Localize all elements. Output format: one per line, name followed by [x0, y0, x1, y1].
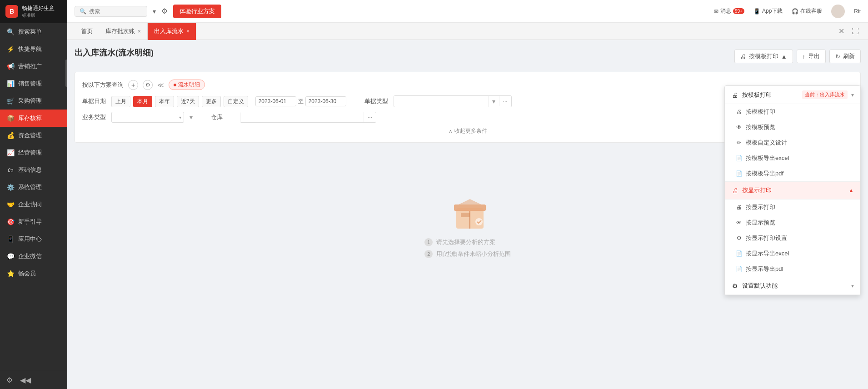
sidebar-item-label: 库存核算 [18, 114, 42, 122]
marketing-icon: 📢 [6, 62, 15, 70]
date-btn-custom[interactable]: 自定义 [224, 96, 248, 107]
sidebar-item-cooperation[interactable]: 🤝 企业协同 [0, 196, 67, 213]
display-section-label: 按显示打印 [742, 186, 772, 194]
sidebar-item-system[interactable]: ⚙️ 系统管理 [0, 179, 67, 196]
dropdown-display-print[interactable]: 🖨 按显示打印 [725, 199, 860, 215]
sidebar-item-finance[interactable]: 💰 资金管理 [0, 127, 67, 144]
filter-collapse-btn[interactable]: ≪ [157, 81, 164, 89]
dropdown-display-pdf[interactable]: 📄 按显示导出pdf [725, 261, 860, 277]
warehouse-label: 仓库 [211, 113, 236, 121]
sidebar-item-basic[interactable]: 🗂 基础信息 [0, 161, 67, 179]
industry-btn[interactable]: 体验行业方案 [173, 5, 221, 18]
tab-home[interactable]: 首页 [75, 23, 99, 40]
sidebar-item-purchase[interactable]: 🛒 采购管理 [0, 92, 67, 110]
tabs-close-all-btn[interactable]: ✕ [837, 25, 846, 37]
disp-settings-label: 按显示打印设置 [746, 234, 787, 242]
tab-batch-close[interactable]: × [138, 28, 141, 35]
refresh-btn[interactable]: ↻ 刷新 [829, 50, 861, 63]
export-btn[interactable]: ↑ 导出 [797, 50, 826, 63]
dropdown-section-template: 🖨 按模板打印 当前：出入库流水 ▾ 🖨 按模板打印 👁 [725, 86, 860, 182]
sidebar-item-inventory[interactable]: 📦 库存核算 [0, 110, 67, 127]
topbar-online-service[interactable]: 🎧 在线客服 [792, 7, 822, 15]
app-download-icon: 📱 [753, 8, 760, 15]
dropdown-display-preview[interactable]: 👁 按显示预览 [725, 215, 860, 230]
bill-type-more-btn[interactable]: ▾ [488, 96, 499, 107]
dropdown-template-pdf[interactable]: 📄 按模板导出pdf [725, 166, 860, 181]
disp-pdf-label: 按显示导出pdf [746, 265, 783, 273]
sidebar-item-label: 基础信息 [18, 166, 42, 174]
bill-type-text-input[interactable] [394, 96, 488, 106]
tab-flow[interactable]: 出入库流水 × [148, 23, 196, 40]
topbar-avatar[interactable] [831, 5, 845, 18]
date-btn-this-month[interactable]: 本月 [133, 96, 152, 107]
topbar-search-icon: 🔍 [80, 8, 86, 15]
tab-batch-label: 库存批次账 [105, 27, 135, 35]
default-chevron: ▾ [851, 283, 854, 289]
dropdown-display-header[interactable]: 🖨 按显示打印 ▲ [725, 182, 860, 199]
business-type-select[interactable] [111, 112, 184, 123]
sidebar-item-app-center[interactable]: 📱 应用中心 [0, 230, 67, 248]
sidebar-item-label: 畅会员 [18, 269, 36, 278]
dropdown-template-preview[interactable]: 👁 按模板预览 [725, 120, 860, 135]
dropdown-display-excel[interactable]: 📄 按显示导出excel [725, 246, 860, 261]
topbar-app-download[interactable]: 📱 App下载 [753, 7, 783, 15]
member-icon: ⭐ [6, 269, 15, 278]
tab-flow-close[interactable]: × [186, 28, 190, 35]
sidebar-item-member[interactable]: ⭐ 畅会员 [0, 265, 67, 282]
sidebar-item-label: 系统管理 [18, 183, 42, 191]
tmpl-pdf-icon: 📄 [736, 170, 742, 177]
date-btn-this-year[interactable]: 本年 [155, 96, 174, 107]
page-title: 出入库流水(流水明细) [75, 47, 154, 58]
sidebar-item-wechat[interactable]: 💬 企业微信 [0, 248, 67, 265]
date-btn-more[interactable]: 更多 [202, 96, 221, 107]
filter-tag-dot [174, 84, 176, 86]
disp-print-icon: 🖨 [736, 204, 742, 210]
dropdown-template-header[interactable]: 🖨 按模板打印 当前：出入库流水 ▾ [725, 86, 860, 104]
sidebar-item-marketing[interactable]: 📢 营销推广 [0, 58, 67, 75]
date-btn-last-month[interactable]: 上月 [111, 96, 130, 107]
tabs-expand-btn[interactable]: ⛶ [850, 25, 861, 37]
dropdown-default-title: ⚙ 设置默认功能 [731, 282, 778, 290]
date-start-input[interactable] [255, 96, 296, 106]
topbar-search-box[interactable]: 🔍 [75, 6, 147, 17]
collapse-btn[interactable]: ∧ 收起更多条件 [449, 127, 487, 135]
dropdown-display-settings[interactable]: ⚙ 按显示打印设置 [725, 230, 860, 246]
print-btn[interactable]: 🖨 按模板打印 ▲ [734, 50, 793, 63]
sidebar-item-operation[interactable]: 📈 经营管理 [0, 144, 67, 161]
date-btn-7days[interactable]: 近7天 [177, 96, 199, 107]
sidebar-item-search[interactable]: 🔍 搜索菜单 [0, 23, 67, 40]
bill-type-expand-btn[interactable]: ··· [499, 96, 511, 106]
dropdown-default-header[interactable]: ⚙ 设置默认功能 ▾ [725, 277, 860, 295]
sidebar-collapse-icon[interactable]: ◀◀ [20, 376, 31, 384]
sidebar-item-label: 企业协同 [18, 200, 42, 209]
svg-rect-1 [454, 204, 486, 211]
sidebar-item-quick-nav[interactable]: ⚡ 快捷导航 [0, 40, 67, 58]
filter-settings-btn[interactable]: ⚙ [143, 80, 153, 90]
sidebar-settings-icon[interactable]: ⚙ [6, 376, 13, 384]
print-dropdown-overlay: 🖨 按模板打印 当前：出入库流水 ▾ 🖨 按模板打印 👁 [724, 85, 861, 295]
disp-print-label: 按显示打印 [746, 203, 775, 211]
sidebar-item-label: 销售管理 [18, 80, 42, 88]
dropdown-template-print[interactable]: 🖨 按模板打印 [725, 104, 860, 120]
topbar-username[interactable]: Rit [854, 8, 861, 15]
business-type-chevron[interactable]: ▾ [190, 114, 193, 121]
tmpl-pdf-label: 按模板导出pdf [746, 170, 783, 178]
filter-add-btn[interactable]: + [128, 80, 138, 90]
tmpl-print-label: 按模板打印 [746, 108, 775, 116]
date-end-input[interactable] [305, 96, 346, 106]
disp-settings-icon: ⚙ [736, 235, 742, 241]
dropdown-template-excel[interactable]: 📄 按模板导出excel [725, 150, 860, 166]
filter-tag[interactable]: 流水明细 [169, 80, 205, 90]
warehouse-text-input[interactable] [240, 112, 364, 122]
tab-batch[interactable]: 库存批次账 × [99, 23, 148, 40]
topbar-search-input[interactable] [89, 8, 142, 15]
dropdown-template-design[interactable]: ✏ 模板自定义设计 [725, 135, 860, 150]
sidebar-item-guide[interactable]: 🎯 新手引导 [0, 213, 67, 230]
warehouse-more-btn[interactable]: ··· [364, 112, 376, 122]
app-download-label: App下载 [762, 7, 783, 15]
topbar-message[interactable]: ✉ 消息 99+ [714, 7, 744, 15]
topbar-dropdown-icon[interactable]: ▾ [153, 8, 156, 15]
tmpl-print-icon: 🖨 [736, 109, 742, 115]
sidebar-item-sales[interactable]: 📊 销售管理 [0, 75, 67, 92]
topbar-settings-icon[interactable]: ⚙ [161, 7, 168, 15]
